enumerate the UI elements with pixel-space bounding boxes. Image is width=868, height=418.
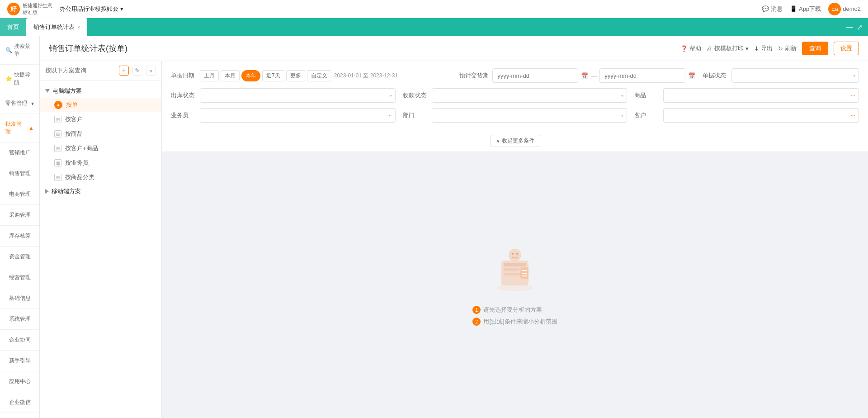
out-status-label: 出库状态 xyxy=(171,91,196,100)
expected-date-end[interactable] xyxy=(599,68,685,83)
svg-rect-4 xyxy=(504,273,522,276)
receipt-status-select[interactable] xyxy=(432,88,627,103)
sidebar-item-retail[interactable]: 零售管理 ▾ xyxy=(0,93,39,114)
date-shortcut-7days[interactable]: 近7天 xyxy=(262,70,284,81)
sidebar-item-ecom[interactable]: 电商管理 xyxy=(0,184,39,205)
sidebar-item-corp[interactable]: 企业协同 xyxy=(0,330,39,351)
date-shortcut-this-month[interactable]: 本月 xyxy=(221,70,240,81)
dept-select[interactable] xyxy=(432,108,627,123)
scheme-item-by-customer[interactable]: ⊞ 按客户 xyxy=(40,112,161,127)
tab-close-btn[interactable]: × xyxy=(77,24,80,30)
sidebar-item-sales[interactable]: 销售管理 xyxy=(0,163,39,184)
app-download-btn[interactable]: 📱 App下载 xyxy=(790,5,821,13)
scheme-goods-icon: ⊞ xyxy=(54,130,61,138)
print-arrow-icon: ▾ xyxy=(745,45,749,52)
date-shortcut-this-year[interactable]: 本年 xyxy=(241,70,260,81)
sub-content: 单据日期 上月 本月 本年 近7天 更多 自定义 20 xyxy=(162,61,868,418)
filter-row-3: 业务员 ··· 部门 ▾ xyxy=(171,108,859,123)
setting-btn[interactable]: 设置 xyxy=(834,42,859,55)
message-btn[interactable]: 💬 消息 xyxy=(762,5,783,13)
help-btn[interactable]: ❓ 帮助 xyxy=(680,44,701,52)
minimize-btn[interactable]: — xyxy=(846,23,853,31)
edit-scheme-btn[interactable]: ✎ xyxy=(132,66,142,76)
empty-tips: 1 请先选择要分析的方案 2 用[过滤]条件来缩小分析范围 xyxy=(472,304,557,328)
sidebar-item-search[interactable]: 🔍 搜索菜单 xyxy=(0,36,39,65)
staff-input[interactable] xyxy=(200,108,396,123)
sidebar-item-inventory[interactable]: 库存核算 xyxy=(0,226,39,247)
scheme-item-by-category[interactable]: ⊞ 按商品分类 xyxy=(40,170,161,185)
empty-tip-2: 2 用[过滤]条件来缩小分析范围 xyxy=(472,316,557,328)
app-icon: 📱 xyxy=(790,5,797,12)
content-area: 销售订单统计表(按单) ❓ 帮助 🖨 按模板打印 ▾ ⬇ 导出 ↻ 刷新 xyxy=(40,36,868,418)
collapse-icon: ∧ xyxy=(496,138,500,144)
date-shortcut-custom[interactable]: 自定义 xyxy=(307,70,331,81)
add-scheme-btn[interactable]: + xyxy=(119,66,129,76)
top-bar-right: 💬 消息 📱 App下载 Ea demo2 xyxy=(762,3,861,15)
collapse-more-btn[interactable]: ∧ 收起更多条件 xyxy=(490,135,540,147)
goods-input[interactable] xyxy=(663,88,859,103)
sidebar-item-base[interactable]: 基础信息 xyxy=(0,288,39,309)
maximize-btn[interactable]: ⤢ xyxy=(857,23,863,32)
chevron-up-icon: ▲ xyxy=(28,125,34,131)
tab-home[interactable]: 首页 xyxy=(0,18,26,36)
scheme-item-by-goods[interactable]: ⊞ 按商品 xyxy=(40,127,161,141)
filter-receipt-status: 收款状态 ▾ xyxy=(403,88,627,103)
expected-date-start[interactable] xyxy=(492,68,578,83)
sidebar-item-wechat[interactable]: 企业微信 xyxy=(0,392,39,413)
logo-icon: 好 xyxy=(7,3,20,15)
status-label: 单据状态 xyxy=(703,71,728,80)
empty-illustration xyxy=(488,242,542,297)
sidebar-item-marketing[interactable]: 营销推广 xyxy=(0,142,39,163)
query-btn[interactable]: 查询 xyxy=(802,42,828,55)
svg-point-6 xyxy=(512,253,514,255)
scheme-item-by-staff[interactable]: ▦ 按业务员 xyxy=(40,156,161,170)
scheme-item-by-cust-goods[interactable]: ⊞ 按客户+商品 xyxy=(40,141,161,156)
empty-tip-1: 1 请先选择要分析的方案 xyxy=(472,304,557,316)
goods-input-wrapper: ··· xyxy=(663,88,859,103)
sidebar-item-member[interactable]: 畅会员 xyxy=(0,413,39,418)
customer-input[interactable] xyxy=(663,108,859,123)
sidebar: 🔍 搜索菜单 ⭐ 快捷导航 零售管理 ▾ 批发管理 ▲ 营销推广 销售管理 电商… xyxy=(0,36,40,418)
staff-more-btn[interactable]: ··· xyxy=(386,112,394,119)
print-btn[interactable]: 🖨 按模板打印 ▾ xyxy=(707,44,749,52)
customer-more-btn[interactable]: ··· xyxy=(849,112,857,119)
scheme-panel: 按以下方案查询 + ✎ « 电脑端方案 xyxy=(40,61,162,418)
two-panel: 按以下方案查询 + ✎ « 电脑端方案 xyxy=(40,61,868,418)
date-shortcut-last-month[interactable]: 上月 xyxy=(200,70,219,81)
user-area[interactable]: Ea demo2 xyxy=(828,3,861,15)
tab-sales-order-stats[interactable]: 销售订单统计表 × xyxy=(26,18,87,36)
sidebar-item-finance[interactable]: 资金管理 xyxy=(0,247,39,267)
receipt-status-wrapper: ▾ xyxy=(432,88,627,103)
dept-select-wrapper: ▾ xyxy=(432,108,627,123)
sidebar-item-quick[interactable]: ⭐ 快捷导航 xyxy=(0,65,39,93)
collapse-scheme-btn[interactable]: « xyxy=(146,66,156,76)
goods-more-btn[interactable]: ··· xyxy=(849,92,857,99)
out-status-select[interactable] xyxy=(200,88,396,103)
export-btn[interactable]: ⬇ 导出 xyxy=(754,44,773,52)
sidebar-item-sys[interactable]: 系统管理 xyxy=(0,309,39,330)
filter-row-2: 出库状态 ▾ 收款状态 xyxy=(171,88,859,103)
top-bar-left: 好 畅捷通好生意 标准版 办公用品行业模拟账套 ▾ xyxy=(7,2,127,15)
sidebar-item-apps[interactable]: 应用中心 xyxy=(0,371,39,392)
date-shortcut-more[interactable]: 更多 xyxy=(286,70,305,81)
sidebar-item-wholesale[interactable]: 批发管理 ▲ xyxy=(0,114,39,142)
mobile-scheme-group-header[interactable]: 移动端方案 xyxy=(40,185,161,198)
scheme-item-by-order[interactable]: ● 按单 xyxy=(40,98,161,112)
filter-status: 单据状态 ▾ xyxy=(703,68,859,83)
refresh-btn[interactable]: ↻ 刷新 xyxy=(778,44,797,52)
sidebar-item-ops[interactable]: 经营管理 xyxy=(0,267,39,288)
dept-label: 部门 xyxy=(403,111,428,119)
sidebar-item-newbie[interactable]: 新手引导 xyxy=(0,351,39,371)
filter-section: 单据日期 上月 本月 本年 近7天 更多 自定义 20 xyxy=(162,61,868,130)
workspace-selector[interactable]: 办公用品行业模拟账套 ▾ xyxy=(56,5,127,13)
staff-input-wrapper: ··· xyxy=(200,108,396,123)
pc-scheme-group-header[interactable]: 电脑端方案 xyxy=(40,84,161,98)
scheme-customer-icon: ⊞ xyxy=(54,116,61,123)
nav-tab-actions: — ⤢ xyxy=(846,23,868,32)
filter-row-1: 单据日期 上月 本月 本年 近7天 更多 自定义 20 xyxy=(171,68,859,83)
scheme-category-icon: ⊞ xyxy=(54,174,61,181)
sidebar-item-purchase[interactable]: 采购管理 xyxy=(0,205,39,226)
pc-scheme-group: 电脑端方案 ● 按单 ⊞ 按客户 ⊞ 按商品 xyxy=(40,84,161,185)
status-select[interactable] xyxy=(731,68,859,83)
scheme-staff-icon: ▦ xyxy=(54,159,61,166)
